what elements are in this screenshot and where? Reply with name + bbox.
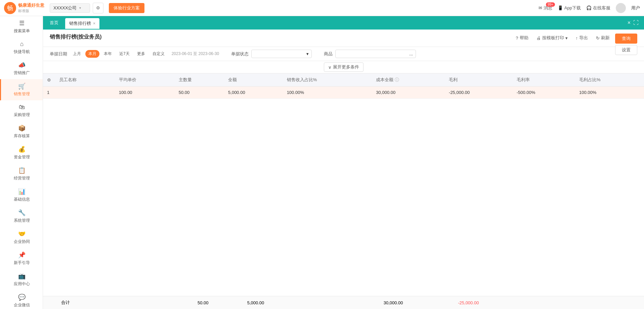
- settings-icon[interactable]: ⚙: [93, 3, 103, 13]
- sidebar: ☰ 搜索菜单 ⌂ 快捷导航 📣 营销推广 🛒 销售管理 🛍 采购管理 📦 库: [0, 16, 43, 309]
- col-settings-icon[interactable]: ⚙: [47, 78, 51, 83]
- online-support-button[interactable]: 🎧 在线客服: [586, 5, 610, 11]
- status-chevron-icon: ▾: [306, 51, 309, 56]
- tab-bar: 首页 销售排行榜 × × ⛶: [43, 16, 644, 30]
- footer-cost: 30,000.00: [380, 300, 454, 306]
- status-filter-label: 单据状态: [231, 51, 249, 57]
- status-dropdown[interactable]: ▾: [251, 50, 312, 58]
- main-area: ☰ 搜索菜单 ⌂ 快捷导航 📣 营销推广 🛒 销售管理 🛍 采购管理 📦 库: [0, 16, 644, 309]
- message-icon: ✉: [539, 5, 542, 10]
- cell-cost: 30,000.00: [372, 87, 445, 99]
- chevron-down-icon: ▾: [79, 6, 81, 10]
- col-cost: 成本全额 ⓘ: [372, 73, 445, 87]
- help-label: 帮助: [520, 35, 528, 41]
- sidebar-label-collab: 企业协同: [14, 239, 30, 245]
- footer-amount: 5,000.00: [243, 300, 305, 306]
- sidebar-item-collab[interactable]: 🤝 企业协同: [0, 227, 43, 248]
- sidebar-item-quicknav[interactable]: ⌂ 快捷导航: [0, 37, 43, 58]
- col-avg-price: 平均单价: [115, 73, 175, 87]
- online-support-label: 在线客服: [593, 5, 610, 11]
- handshake-icon: 🤝: [18, 230, 26, 238]
- sidebar-label-purchase: 采购管理: [14, 112, 30, 118]
- col-settings[interactable]: ⚙: [43, 73, 55, 87]
- goods-input[interactable]: ...: [335, 50, 416, 58]
- sidebar-label-operations: 经营管理: [14, 175, 30, 181]
- date-custom[interactable]: 自定义: [149, 50, 168, 58]
- cost-info-icon[interactable]: ⓘ: [395, 77, 399, 82]
- trial-button[interactable]: 体验行业方案: [109, 3, 144, 13]
- sidebar-item-appcenter[interactable]: 📺 应用中心: [0, 269, 43, 290]
- app-download-label: App下载: [564, 5, 581, 11]
- footer-sales-pct: [305, 300, 379, 306]
- col-qty: 主数量: [175, 73, 224, 87]
- sidebar-item-basicinfo[interactable]: 📊 基础信息: [0, 185, 43, 206]
- print-button[interactable]: 🖨 按模板打印 ▾: [534, 34, 570, 42]
- cell-rank: 1: [43, 87, 55, 99]
- export-label: 导出: [579, 35, 588, 41]
- sidebar-item-sales[interactable]: 🛒 销售管理: [0, 79, 43, 100]
- date-filter-label: 单据日期: [50, 51, 67, 57]
- expand-conditions-button[interactable]: ∨ 展开更多条件: [324, 62, 363, 72]
- cell-gross-pct: 100.00%: [575, 87, 644, 99]
- cell-qty: 50.00: [175, 87, 224, 99]
- page-header: 销售排行榜(按业务员) ? 帮助 🖨 按模板打印 ▾: [43, 30, 644, 47]
- refresh-button[interactable]: ↻ 刷新: [593, 34, 612, 42]
- logo-area: 畅 畅康通好生意 标准版: [4, 2, 44, 14]
- tab-sales-rank[interactable]: 销售排行榜 ×: [65, 18, 99, 29]
- goods-more-icon[interactable]: ...: [409, 51, 413, 56]
- page-content: 销售排行榜(按业务员) ? 帮助 🖨 按模板打印 ▾: [43, 30, 644, 309]
- tab-home[interactable]: 首页: [44, 16, 64, 30]
- user-avatar[interactable]: [616, 3, 626, 13]
- col-gross-rate: 毛利率: [513, 73, 575, 87]
- col-gross: 毛利: [445, 73, 513, 87]
- page-settings-button[interactable]: 设置: [615, 45, 637, 55]
- sidebar-item-marketing[interactable]: 📣 营销推广: [0, 58, 43, 79]
- sidebar-item-guide[interactable]: 📌 新手引导: [0, 248, 43, 269]
- bag-icon: 🛍: [19, 104, 25, 111]
- box-icon: 📦: [18, 124, 26, 132]
- app-download-button[interactable]: 📱 App下载: [558, 5, 581, 11]
- date-this-month[interactable]: 本月: [85, 50, 99, 58]
- sidebar-label-marketing: 营销推广: [14, 70, 30, 76]
- date-more[interactable]: 更多: [134, 50, 148, 58]
- date-7days[interactable]: 近7天: [116, 50, 133, 58]
- company-selector[interactable]: XXXXX公司 ▾: [50, 3, 90, 13]
- tab-close-icon[interactable]: ×: [93, 21, 95, 26]
- sidebar-item-inventory[interactable]: 📦 库存核算: [0, 121, 43, 142]
- print-dropdown-icon: ▾: [565, 36, 568, 41]
- sidebar-item-wechat[interactable]: 💬 企业微信: [0, 290, 43, 309]
- money-icon: 💰: [18, 146, 26, 153]
- message-button[interactable]: ✉ 消息 99+: [539, 5, 552, 11]
- sidebar-label-guide: 新手引导: [14, 260, 30, 266]
- search-menu-icon: ☰: [19, 19, 25, 27]
- tv-icon: 📺: [18, 272, 26, 280]
- sidebar-item-search[interactable]: ☰ 搜索菜单: [0, 16, 43, 37]
- date-last-month[interactable]: 上月: [70, 50, 84, 58]
- app-subtitle: 标准版: [18, 8, 44, 13]
- top-right-actions: ✉ 消息 99+ 📱 App下载 🎧 在线客服 用户: [539, 3, 640, 13]
- app-title: 畅康通好生意: [18, 2, 44, 8]
- help-button[interactable]: ? 帮助: [513, 34, 531, 42]
- query-button[interactable]: 查询: [615, 34, 637, 44]
- window-close-icon[interactable]: ×: [628, 20, 631, 26]
- sidebar-item-purchase[interactable]: 🛍 采购管理: [0, 100, 43, 121]
- export-icon: ↑: [576, 36, 578, 41]
- sidebar-label-search: 搜索菜单: [14, 28, 30, 34]
- expand-conditions-row: ∨ 展开更多条件: [43, 61, 644, 73]
- megaphone-icon: 📣: [18, 61, 26, 69]
- sidebar-label-appcenter: 应用中心: [14, 281, 30, 287]
- footer-gross-rate: [516, 300, 578, 306]
- sidebar-item-finance[interactable]: 💰 资金管理: [0, 142, 43, 163]
- table-area: ⚙ 员工名称 平均单价 主数量 全额 销售收入占比% 成本全额 ⓘ 毛: [43, 73, 644, 296]
- export-button[interactable]: ↑ 导出: [573, 34, 591, 42]
- sidebar-item-sysadmin[interactable]: 🔧 系统管理: [0, 206, 43, 227]
- goods-filter-label: 商品: [324, 51, 333, 57]
- chart-icon: 📊: [18, 188, 26, 195]
- sidebar-label-finance: 资金管理: [14, 154, 30, 160]
- print-icon: 🖨: [536, 36, 541, 41]
- date-this-year[interactable]: 本年: [101, 50, 115, 58]
- window-maximize-icon[interactable]: ⛶: [633, 20, 639, 26]
- sidebar-item-operations[interactable]: 📋 经营管理: [0, 163, 43, 185]
- table-footer: 合计 50.00 5,000.00 30,000.00 -25,000.00: [43, 296, 644, 309]
- date-range-display: 2023-06-01 至 2023-06-30: [172, 51, 219, 57]
